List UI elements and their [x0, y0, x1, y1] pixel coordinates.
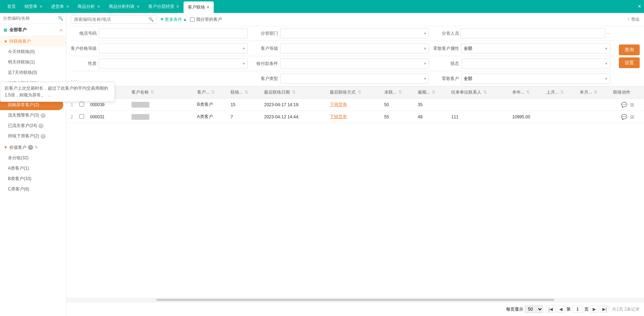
filter-grid-wrapper: 电话号码 分管部门 ▼ 分管人员	[71, 26, 640, 86]
page-size-select[interactable]: 50 10 20 100	[525, 305, 543, 313]
customer-type-select-wrap: ▼	[280, 74, 429, 84]
phone-input[interactable]	[99, 28, 248, 38]
export-button[interactable]: ↑ 导出	[627, 16, 640, 23]
gender-select[interactable]	[99, 58, 248, 69]
dept-select[interactable]	[280, 28, 429, 38]
row-person-1	[449, 99, 510, 111]
filter-retail-customer: 零散客户 全部 ▼	[433, 71, 615, 86]
close-analysis-tab[interactable]: ×	[97, 0, 100, 13]
last-method-link-1[interactable]: 下销货单	[330, 102, 347, 107]
col-contact-person: 往来单位联系人 ⇅	[449, 86, 510, 99]
page-last-button[interactable]: ▶|	[600, 306, 609, 313]
page-number-input[interactable]	[572, 306, 583, 313]
manager-input[interactable]	[460, 28, 605, 38]
action-more-icon-1[interactable]: ⊞	[630, 102, 634, 108]
close-tier-tab[interactable]: ×	[176, 0, 179, 13]
retail-customer-select[interactable]: 全部	[461, 74, 610, 84]
row-overdue-2: 48	[416, 111, 449, 123]
customer-level-select-wrap: ▼	[280, 43, 429, 53]
retail-attr-select-wrap: 全部 ▼	[461, 43, 610, 53]
page-first-button[interactable]: |◀	[546, 306, 555, 313]
last-method-link-2[interactable]: 下销货单	[330, 114, 347, 119]
retail-attr-select[interactable]: 全部	[461, 43, 610, 53]
nav-product-analysis[interactable]: 商品分析 ×	[73, 0, 104, 13]
sort-uncontact-icon[interactable]: ⇅	[398, 90, 402, 95]
edit-icon[interactable]: ✎	[34, 145, 38, 150]
sidebar-search-icon[interactable]: 🔍	[58, 16, 63, 21]
sort-method-icon[interactable]: ⇅	[358, 90, 361, 95]
nav-customer-tier[interactable]: 客户分层经营 ×	[144, 0, 184, 13]
search-input[interactable]	[74, 17, 147, 22]
filter-customer-level: 客户等级 ▼	[252, 41, 434, 56]
sidebar-item-7days[interactable]: 近7天待联络(0)	[0, 67, 66, 78]
sort-type-icon[interactable]: ⇅	[211, 90, 215, 95]
row-checkbox-1[interactable]	[79, 102, 84, 107]
sort-year-icon[interactable]: ⇅	[526, 90, 530, 95]
price-level-select[interactable]	[99, 43, 248, 53]
sidebar-group-waiting[interactable]: ▼ 待联络客户	[0, 36, 66, 47]
sort-thismonth-icon[interactable]: ⇅	[594, 90, 597, 95]
horizontal-scrollbar[interactable]	[66, 298, 644, 302]
page-next-button[interactable]: ▶	[590, 306, 598, 313]
sidebar-item-c-class[interactable]: C类客户(6)	[0, 184, 66, 194]
sort-overdue-icon[interactable]: ⇅	[432, 90, 435, 95]
row-checkbox-2[interactable]	[79, 114, 84, 119]
customer-level-select[interactable]	[280, 43, 429, 53]
question-icon5[interactable]: ?	[28, 145, 33, 150]
sidebar-item-tomorrow[interactable]: 明天待联络(1)	[0, 57, 66, 67]
close-sales-tab[interactable]: ×	[40, 0, 42, 13]
sort-date-icon[interactable]: ⇅	[292, 90, 296, 95]
close-contact-tab[interactable]: ×	[207, 1, 209, 13]
sort-name-icon[interactable]: ⇅	[150, 90, 154, 95]
col-un-contact: 未联... ⇅	[382, 86, 416, 99]
sidebar-group-value[interactable]: ▼ 价值客户 ? ✎	[0, 142, 66, 153]
payment-select[interactable]	[280, 58, 429, 69]
row-person-2: 111	[449, 111, 510, 123]
page-prev-button[interactable]: ◀	[557, 306, 565, 313]
close-analysis-list-tab[interactable]: ×	[137, 0, 140, 13]
sidebar-item-today[interactable]: 今天待联络(0)	[0, 47, 66, 57]
search-icon[interactable]: 🔍	[148, 17, 154, 22]
sidebar-item-a-class[interactable]: A类客户(1)	[0, 163, 66, 174]
question-icon2[interactable]: ?	[41, 113, 46, 118]
sidebar-item-declining[interactable]: 持续下滑客户(2) ?	[0, 131, 66, 141]
nav-home[interactable]: 首页	[3, 0, 20, 13]
row-action-1: 💬 ⊞	[611, 99, 644, 111]
settings-button[interactable]: 设置	[619, 57, 640, 68]
action-chat-icon-2[interactable]: 💬	[621, 114, 627, 120]
sort-contact-icon[interactable]: ⇅	[245, 90, 248, 95]
customer-type-select[interactable]	[280, 74, 429, 84]
nav-sales[interactable]: 销货单 ×	[20, 0, 47, 13]
collapse-sidebar-icon[interactable]: ‹‹	[60, 28, 62, 33]
action-chat-icon-1[interactable]: 💬	[621, 102, 627, 108]
sidebar-item-lost[interactable]: 已流失客户(24) ?	[0, 121, 66, 131]
status-select[interactable]	[461, 58, 610, 69]
close-window-button[interactable]: ×	[638, 3, 641, 10]
nav-customer-contact[interactable]: 客户联络 ×	[184, 1, 214, 13]
close-purchase-tab[interactable]: ×	[66, 0, 69, 13]
query-button[interactable]: 查询	[619, 44, 640, 55]
sidebar-search-input[interactable]	[3, 16, 58, 21]
my-customers-checkbox-label[interactable]: 我分管的客户	[190, 16, 222, 23]
filter-status: 状态 ▼	[433, 56, 615, 71]
question-icon3[interactable]: ?	[38, 123, 43, 128]
my-customers-checkbox[interactable]	[190, 17, 195, 22]
sort-person-icon[interactable]: ⇅	[483, 90, 487, 95]
sidebar-item-b-class[interactable]: B类客户(33)	[0, 174, 66, 184]
sort-lastmonth-icon[interactable]: ⇅	[560, 90, 564, 95]
sidebar-item-ungroup[interactable]: 未分组(32)	[0, 153, 66, 163]
retail-customer-select-wrap: 全部 ▼	[461, 74, 610, 84]
col-name: 客户名称 ⇅	[129, 86, 195, 99]
sidebar-all-customers[interactable]: ⊞ 全部客户 ‹‹	[0, 24, 66, 36]
more-filter-button[interactable]: ...	[71, 75, 78, 82]
manager-more-btn[interactable]: ···	[607, 31, 610, 36]
nav-product-analysis-list[interactable]: 商品分析列表 ×	[105, 0, 144, 13]
row-un-contact-1: 50	[382, 99, 416, 111]
more-conditions-button[interactable]: ▼ 更多条件 ▲	[160, 16, 187, 23]
nav-purchase[interactable]: 进货单 ×	[47, 0, 73, 13]
sidebar-item-loss-warning[interactable]: 流失预警客户(3) ?	[0, 110, 66, 121]
question-icon4[interactable]: ?	[41, 134, 46, 139]
scroll-thumb[interactable]	[156, 299, 555, 301]
action-more-icon-2[interactable]: ⊞	[630, 114, 634, 120]
row-last-method-1: 下销货单	[328, 99, 382, 111]
